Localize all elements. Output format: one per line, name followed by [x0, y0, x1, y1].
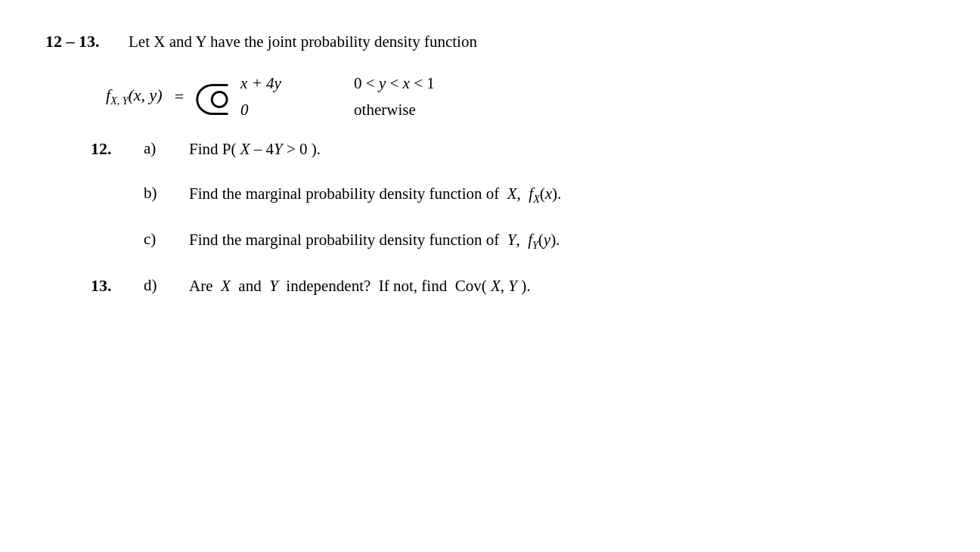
- equals-sign: =: [175, 87, 184, 107]
- part-b-text: Find the marginal probability density fu…: [189, 182, 561, 207]
- part-c-text: Find the marginal probability density fu…: [189, 228, 560, 253]
- part-d-letter: d): [144, 274, 189, 295]
- f-args: (x, y): [128, 85, 162, 104]
- problem-12-spacer: [91, 182, 144, 184]
- piecewise-function: fX, Y(x, y) = ⟃ x + 4y 0 < y < x < 1 0 o…: [106, 70, 935, 124]
- problem-12a: 12. a) Find P( X – 4Y > 0 ).: [91, 138, 935, 162]
- f-subscript: X, Y: [110, 95, 128, 107]
- piecewise-cases: x + 4y 0 < y < x < 1 0 otherwise: [240, 70, 490, 124]
- piecewise-row-1: x + 4y 0 < y < x < 1: [240, 74, 490, 93]
- part-d-text: Are X and Y independent? If not, find Co…: [189, 274, 530, 299]
- case1-cond: 0 < y < x < 1: [354, 74, 490, 93]
- piecewise-lhs: fX, Y(x, y): [106, 85, 163, 107]
- problem-12-section: 12. a) Find P( X – 4Y > 0 ). b) Find the…: [91, 138, 935, 254]
- problem-12-number: 12.: [91, 138, 144, 159]
- problem-header: 12 – 13. Let X and Y have the joint prob…: [45, 30, 935, 54]
- part-c-letter: c): [144, 228, 189, 249]
- problem-12-spacer2: [91, 228, 144, 230]
- piecewise-row-2: 0 otherwise: [240, 101, 490, 119]
- problem-13-section: 13. d) Are X and Y independent? If not, …: [91, 274, 935, 299]
- case1-expr: x + 4y: [240, 74, 316, 93]
- problem-13d: 13. d) Are X and Y independent? If not, …: [91, 274, 935, 299]
- case2-cond: otherwise: [354, 101, 490, 119]
- brace-container: ⟃ x + 4y 0 < y < x < 1 0 otherwise: [196, 70, 490, 124]
- part-a-letter: a): [144, 138, 189, 158]
- left-brace: ⟃: [196, 70, 228, 124]
- problem-12c: c) Find the marginal probability density…: [91, 228, 935, 253]
- problem-12b: b) Find the marginal probability density…: [91, 182, 935, 207]
- problem-number-header: 12 – 13.: [45, 30, 129, 51]
- part-a-text: Find P( X – 4Y > 0 ).: [189, 138, 321, 162]
- problem-13-number: 13.: [91, 274, 144, 296]
- case2-expr: 0: [240, 101, 316, 119]
- part-b-letter: b): [144, 182, 189, 203]
- problem-intro-text: Let X and Y have the joint probability d…: [129, 30, 477, 54]
